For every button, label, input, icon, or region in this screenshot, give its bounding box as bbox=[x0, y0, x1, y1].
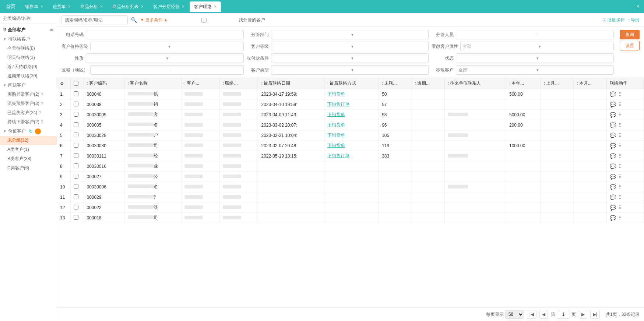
manager-input[interactable]: ··· bbox=[456, 30, 614, 39]
sidebar-item-hoarding[interactable]: 囤购异常客户(2) ? bbox=[0, 90, 57, 99]
last-method-link[interactable]: 下销货单 bbox=[327, 143, 345, 148]
sidebar-item-today[interactable]: 今天待联络(0) bbox=[0, 44, 57, 53]
sidebar-group-problem[interactable]: ▼ 问题客户 bbox=[0, 81, 57, 90]
chat-icon[interactable]: 💬 bbox=[610, 194, 616, 200]
more-actions-icon[interactable]: ⠿ bbox=[618, 153, 622, 159]
tab-customer-segment-close[interactable]: × bbox=[182, 4, 184, 9]
tab-customer-contact[interactable]: 客户联络 × bbox=[190, 1, 221, 12]
more-conditions-button[interactable]: ▼ 更多条件 ▲ bbox=[140, 17, 168, 23]
more-actions-icon[interactable]: ⠿ bbox=[618, 184, 622, 190]
tab-product-analysis-list-close[interactable]: × bbox=[141, 4, 144, 9]
nature-select[interactable]: ▼ bbox=[86, 53, 244, 63]
row-checkbox[interactable] bbox=[74, 91, 78, 96]
chat-icon[interactable]: 💬 bbox=[610, 112, 616, 118]
last-method-link[interactable]: 下销货单 bbox=[327, 133, 345, 138]
sidebar-item-class-b[interactable]: B类客户(33) bbox=[0, 154, 57, 163]
last-method-link[interactable]: 下销货单 bbox=[327, 91, 345, 96]
customer-type-select[interactable]: ▼ bbox=[271, 65, 429, 75]
retail-attr-select[interactable]: 全部 ▼ bbox=[460, 42, 614, 51]
row-checkbox[interactable] bbox=[74, 102, 78, 106]
prev-page-button[interactable]: ◀ bbox=[539, 310, 548, 319]
row-checkbox[interactable] bbox=[74, 163, 78, 168]
sidebar-search-input[interactable] bbox=[3, 16, 57, 21]
next-page-button[interactable]: ▶ bbox=[579, 310, 587, 319]
tab-product-analysis-close[interactable]: × bbox=[100, 4, 103, 9]
row-checkbox[interactable] bbox=[74, 215, 78, 220]
sidebar-item-overdue[interactable]: 逾期未联络(30) bbox=[0, 71, 57, 81]
row-checkbox[interactable] bbox=[74, 112, 78, 117]
tab-purchase-order-close[interactable]: × bbox=[68, 4, 71, 9]
tab-product-analysis-list[interactable]: 商品分析列表 × bbox=[108, 1, 148, 12]
my-customers-checkbox-container[interactable]: 我分管的客户 bbox=[171, 17, 265, 23]
sidebar-group-value[interactable]: ▼ 价值客户 ↻ bbox=[0, 127, 57, 136]
tab-product-analysis[interactable]: 商品分析 × bbox=[76, 1, 107, 12]
chat-icon[interactable]: 💬 bbox=[610, 163, 616, 169]
sidebar-item-churn-warn[interactable]: 流失预警客户(3) ? bbox=[0, 99, 57, 108]
sidebar-item-class-a[interactable]: A类客户(1) bbox=[0, 145, 57, 154]
export-button[interactable]: ↑ 导出 bbox=[628, 17, 640, 23]
sidebar-all-customers[interactable]: ⠿ 全部客户 ≪ bbox=[0, 24, 57, 35]
tab-customer-segment[interactable]: 客户分层经营 × bbox=[149, 1, 189, 12]
more-actions-icon[interactable]: ⠿ bbox=[618, 112, 622, 118]
row-checkbox[interactable] bbox=[74, 133, 78, 137]
more-actions-icon[interactable]: ⠿ bbox=[618, 143, 622, 149]
customer-level-select[interactable]: ▼ bbox=[271, 42, 429, 51]
row-checkbox[interactable] bbox=[74, 194, 78, 199]
dept-select[interactable]: ▼ bbox=[271, 30, 429, 39]
sidebar-item-tomorrow[interactable]: 明天待联络(1) bbox=[0, 53, 57, 62]
chat-icon[interactable]: 💬 bbox=[610, 102, 616, 107]
price-level-select[interactable]: ▼ bbox=[90, 42, 244, 51]
row-checkbox[interactable] bbox=[74, 205, 78, 209]
row-checkbox[interactable] bbox=[74, 143, 78, 148]
row-checkbox[interactable] bbox=[74, 174, 78, 179]
last-method-link[interactable]: 下销售订单 bbox=[327, 153, 349, 158]
row-checkbox[interactable] bbox=[74, 184, 78, 189]
sidebar-item-ungroup[interactable]: 未分组(32) bbox=[0, 136, 57, 145]
col-checkbox[interactable] bbox=[70, 78, 84, 89]
chat-icon[interactable]: 💬 bbox=[610, 174, 616, 180]
first-page-button[interactable]: |◀ bbox=[527, 310, 536, 319]
my-customers-checkbox[interactable] bbox=[171, 18, 237, 22]
more-actions-icon[interactable]: ⠿ bbox=[618, 163, 622, 169]
chat-icon[interactable]: 💬 bbox=[610, 153, 616, 159]
more-actions-icon[interactable]: ⠿ bbox=[618, 174, 622, 180]
sidebar-group-pending[interactable]: ▼ 待联络客户 bbox=[0, 35, 57, 44]
more-actions-icon[interactable]: ⠿ bbox=[618, 102, 622, 107]
chat-icon[interactable]: 💬 bbox=[610, 133, 616, 138]
search-button[interactable]: 🔍 bbox=[131, 17, 137, 23]
per-page-select[interactable]: 50 20 100 bbox=[505, 310, 524, 319]
tab-home[interactable]: 首页 bbox=[1, 3, 20, 10]
settings-icon[interactable]: ⚙ bbox=[60, 81, 64, 86]
batch-operation-button[interactable]: ☑ 批量操作 bbox=[602, 17, 625, 23]
chat-icon[interactable]: 💬 bbox=[610, 143, 616, 149]
chat-icon[interactable]: 💬 bbox=[610, 215, 616, 221]
tab-sales-order-close[interactable]: × bbox=[41, 4, 43, 9]
sidebar-item-declining[interactable]: 持续下滑客户(2) ? bbox=[0, 117, 57, 127]
refresh-icon[interactable]: ↻ bbox=[29, 128, 33, 134]
sidebar-item-churned[interactable]: 已流失客户(24) ? bbox=[0, 108, 57, 117]
last-method-link[interactable]: 下销售订单 bbox=[327, 102, 349, 107]
select-all-checkbox[interactable] bbox=[74, 81, 78, 86]
last-method-link[interactable]: 下销货单 bbox=[327, 122, 345, 127]
payment-select[interactable]: ▼ bbox=[271, 53, 429, 63]
phone-input[interactable] bbox=[86, 30, 244, 39]
more-actions-icon[interactable]: ⠿ bbox=[618, 215, 622, 221]
sidebar-item-week[interactable]: 近7天待联络(0) bbox=[0, 62, 57, 71]
query-button[interactable]: 查询 bbox=[620, 30, 640, 39]
more-actions-icon[interactable]: ⠿ bbox=[618, 122, 622, 128]
status-select[interactable]: ▼ bbox=[456, 53, 614, 63]
chat-icon[interactable]: 💬 bbox=[610, 122, 616, 128]
last-page-button[interactable]: ▶| bbox=[590, 310, 600, 319]
tab-sales-order[interactable]: 销售单 × bbox=[21, 1, 47, 12]
tab-customer-contact-close[interactable]: × bbox=[214, 4, 217, 9]
sidebar-item-class-c[interactable]: C类客户(6) bbox=[0, 163, 57, 173]
retail-select[interactable]: 全部 ▼ bbox=[456, 65, 614, 75]
more-actions-icon[interactable]: ⠿ bbox=[618, 133, 622, 138]
page-input[interactable] bbox=[557, 310, 570, 319]
window-close-button[interactable]: × bbox=[633, 3, 643, 10]
row-checkbox[interactable] bbox=[74, 153, 78, 158]
more-actions-icon[interactable]: ⠿ bbox=[618, 91, 622, 97]
tab-purchase-order[interactable]: 进货单 × bbox=[48, 1, 75, 12]
col-settings[interactable]: ⚙ bbox=[57, 78, 70, 89]
more-actions-icon[interactable]: ⠿ bbox=[618, 194, 622, 200]
